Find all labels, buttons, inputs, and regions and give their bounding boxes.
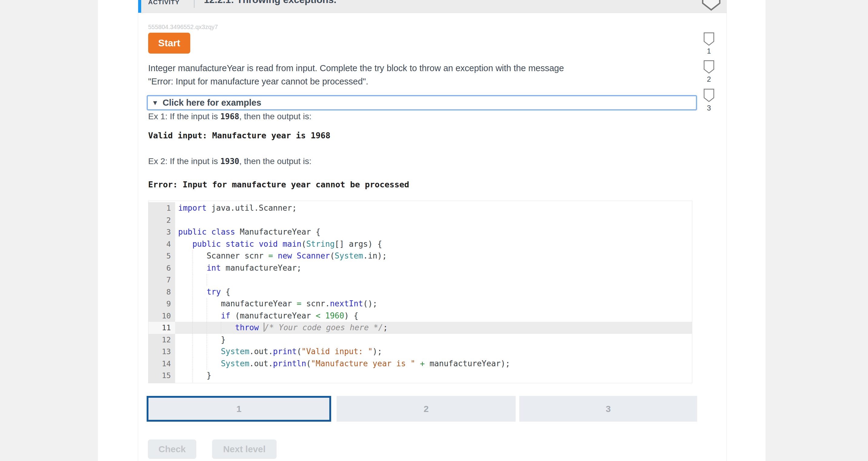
indent-guide bbox=[192, 274, 193, 286]
indent-guide bbox=[192, 346, 193, 358]
indent-guide bbox=[207, 298, 207, 310]
indent-guide bbox=[207, 274, 207, 286]
code-line-9: 9 manufactureYear = scnr.nextInt(); bbox=[149, 298, 692, 310]
example-1-output: Valid input: Manufacture year is 1968 bbox=[148, 131, 330, 140]
code-line-16: 16 catch (Exception excpt) { bbox=[149, 382, 692, 384]
next-level-button[interactable]: Next level bbox=[212, 439, 277, 459]
line-number: 12 bbox=[149, 334, 175, 346]
progress-shield-2-number: 2 bbox=[703, 75, 715, 84]
example-2-output: Error: Input for manufacture year cannot… bbox=[148, 180, 409, 189]
line-number: 5 bbox=[149, 250, 175, 262]
code-line-13: 13 System.out.print("Valid input: "); bbox=[149, 346, 692, 358]
progress-shield-1-icon bbox=[703, 32, 715, 46]
code-line-3: 3public class ManufactureYear { bbox=[149, 226, 692, 238]
activity-accent-bar bbox=[138, 0, 141, 13]
line-number: 6 bbox=[149, 262, 175, 274]
instruction-text: Integer manufactureYear is read from inp… bbox=[148, 61, 700, 88]
code-line-5: 5 Scanner scnr = new Scanner(System.in); bbox=[149, 250, 692, 262]
progress-shield-3-icon bbox=[703, 88, 715, 102]
indent-guide bbox=[192, 250, 193, 262]
activity-label: ACTIVITY bbox=[148, 0, 180, 6]
instruction-line-1: Integer manufactureYear is read from inp… bbox=[148, 61, 700, 75]
line-number: 8 bbox=[149, 286, 175, 298]
progress-shield-1-number: 1 bbox=[703, 47, 715, 55]
line-number: 15 bbox=[149, 370, 175, 382]
code-line-1: 1import java.util.Scanner; bbox=[149, 202, 692, 214]
check-button[interactable]: Check bbox=[148, 439, 196, 459]
code-line-7: 7 bbox=[149, 274, 692, 286]
activity-header: ACTIVITY 12.2.1: Throwing exceptions. bbox=[138, 0, 726, 13]
indent-guide bbox=[207, 346, 207, 358]
code-line-2: 2 bbox=[149, 214, 692, 226]
line-number: 1 bbox=[149, 202, 175, 214]
activity-card: ACTIVITY 12.2.1: Throwing exceptions. 55… bbox=[138, 0, 727, 461]
indent-guide bbox=[192, 310, 193, 322]
indent-guide bbox=[207, 358, 207, 370]
content-id: 555804.3496552.qx3zqy7 bbox=[148, 24, 218, 31]
header-divider bbox=[194, 0, 194, 8]
indent-guide bbox=[207, 334, 207, 346]
example-1-prefix: Ex 1: If the input is bbox=[148, 112, 220, 121]
line-number: 9 bbox=[149, 298, 175, 310]
progress-shield-2-icon bbox=[703, 60, 715, 74]
line-number: 2 bbox=[149, 214, 175, 226]
indent-guide bbox=[207, 322, 207, 334]
code-line-14: 14 System.out.println("Manufacture year … bbox=[149, 358, 692, 370]
progress-shield-3-number: 3 bbox=[703, 104, 715, 112]
page-title: 12.2.1: Throwing exceptions. bbox=[204, 0, 336, 5]
line-number: 3 bbox=[149, 226, 175, 238]
line-number: 7 bbox=[149, 274, 175, 286]
examples-expander-label: Click here for examples bbox=[163, 98, 261, 108]
level-tab-3[interactable]: 3 bbox=[519, 396, 697, 422]
line-number: 16 bbox=[149, 382, 175, 384]
code-line-4: 4 public static void main(String[] args)… bbox=[149, 238, 692, 250]
code-line-15: 15 } bbox=[149, 370, 692, 382]
indent-guide bbox=[192, 358, 193, 370]
example-2-suffix: , then the output is: bbox=[239, 157, 311, 166]
line-number: 11 bbox=[149, 322, 175, 334]
line-number: 13 bbox=[149, 346, 175, 358]
code-line-10: 10 if (manufactureYear < 1960) { bbox=[149, 310, 692, 322]
instruction-line-2: "Error: Input for manufacture year canno… bbox=[148, 75, 700, 88]
start-button[interactable]: Start bbox=[148, 33, 190, 54]
activity-shield-icon bbox=[701, 0, 721, 11]
level-tab-1[interactable]: 1 bbox=[147, 396, 331, 422]
indent-guide bbox=[192, 298, 193, 310]
code-line-12: 12 } bbox=[149, 334, 692, 346]
example-1-input-value: 1968 bbox=[220, 112, 239, 121]
code-line-11: 11 throw /* Your code goes here */; bbox=[149, 322, 692, 334]
code-line-8: 8 try { bbox=[149, 286, 692, 298]
indent-guide bbox=[207, 310, 207, 322]
indent-guide bbox=[192, 334, 193, 346]
indent-guide bbox=[192, 382, 193, 384]
level-tab-2[interactable]: 2 bbox=[337, 396, 516, 422]
example-1-line: Ex 1: If the input is 1968, then the out… bbox=[148, 112, 311, 121]
indent-guide bbox=[192, 286, 193, 298]
indent-guide bbox=[192, 370, 193, 382]
line-number: 10 bbox=[149, 310, 175, 322]
code-editor[interactable]: 1import java.util.Scanner;23public class… bbox=[148, 201, 692, 383]
example-2-line: Ex 2: If the input is 1930, then the out… bbox=[148, 157, 311, 166]
code-line-6: 6 int manufactureYear; bbox=[149, 262, 692, 274]
example-2-input-value: 1930 bbox=[220, 157, 239, 166]
chevron-down-icon: ▼ bbox=[152, 99, 158, 107]
example-2-prefix: Ex 2: If the input is bbox=[148, 157, 220, 166]
line-number: 4 bbox=[149, 238, 175, 250]
line-number: 14 bbox=[149, 358, 175, 370]
example-1-suffix: , then the output is: bbox=[239, 112, 311, 121]
indent-guide bbox=[192, 322, 193, 334]
indent-guide bbox=[192, 262, 193, 274]
indent-guide bbox=[221, 322, 221, 334]
examples-expander[interactable]: ▼ Click here for examples bbox=[147, 95, 697, 110]
